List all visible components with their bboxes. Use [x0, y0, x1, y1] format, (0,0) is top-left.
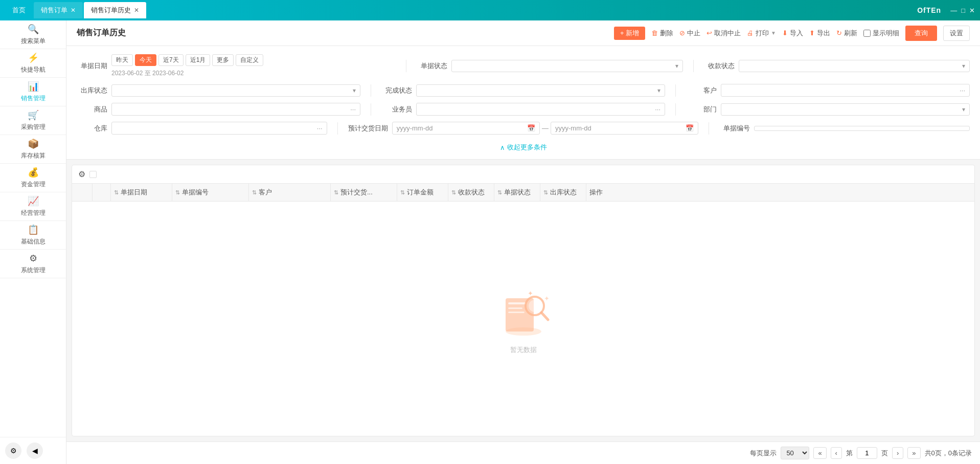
filter-customer: 客户 ···: [686, 84, 970, 97]
svg-rect-2: [508, 302, 526, 304]
delete-button[interactable]: 🗑 删除: [651, 29, 673, 38]
th-action-label: 操作: [589, 188, 603, 197]
date-range-separator: —: [542, 124, 549, 132]
select-all-checkbox[interactable]: [89, 171, 97, 178]
filter-completion-status: 完成状态 ▾: [381, 84, 665, 97]
delivery-date-group: yyyy-mm-dd 📅 — yyyy-mm-dd 📅: [392, 122, 699, 135]
close-history-tab-icon[interactable]: ✕: [134, 7, 139, 14]
th-delivery-date[interactable]: ⇅ 预计交货...: [331, 184, 397, 201]
more-btn[interactable]: 更多: [212, 54, 234, 66]
sidebar-item-purchase-mgmt[interactable]: 🛒 采购管理: [0, 106, 66, 135]
minimize-icon[interactable]: —: [950, 7, 957, 14]
th-number[interactable]: ⇅ 单据编号: [172, 184, 249, 201]
sidebar-collapse-button[interactable]: ◀: [27, 443, 43, 459]
per-page-select[interactable]: 50 10 20 100: [781, 447, 809, 459]
window-close-icon[interactable]: ✕: [969, 7, 975, 14]
stop-button[interactable]: ⊘ 中止: [679, 29, 700, 38]
th-action: 操作: [586, 184, 933, 201]
sidebar-item-sales-mgmt[interactable]: 📊 销售管理: [0, 78, 66, 106]
sidebar-item-inventory[interactable]: 📦 库存核算: [0, 135, 66, 164]
th-customer[interactable]: ⇅ 客户: [249, 184, 331, 201]
order-status-select[interactable]: ▾: [451, 60, 682, 72]
th-delivery-status[interactable]: ⇅ 出库状态: [540, 184, 586, 201]
separator-5: [371, 103, 371, 116]
completion-status-select[interactable]: ▾: [416, 84, 665, 97]
first-icon: «: [818, 449, 822, 457]
display-detail-checkbox[interactable]: 显示明细: [863, 29, 899, 38]
sort-icon-amount: ⇅: [400, 189, 405, 196]
tab-sales-order-label: 销售订单: [41, 6, 67, 15]
expected-delivery-label: 预计交货日期: [348, 124, 388, 133]
last1m-btn[interactable]: 近1月: [186, 54, 211, 66]
warehouse-input[interactable]: ···: [111, 122, 327, 135]
tab-home[interactable]: 首页: [5, 2, 33, 18]
quick-nav-icon: ⚡: [28, 52, 39, 63]
stop-label: 中止: [687, 29, 700, 38]
tab-sales-order[interactable]: 销售订单 ✕: [34, 2, 83, 18]
cancel-stop-label: 取消中止: [714, 29, 741, 38]
refresh-button[interactable]: ↻ 刷新: [836, 29, 857, 38]
import-button[interactable]: ⬇ 导入: [782, 29, 803, 38]
display-detail-check[interactable]: [863, 30, 871, 37]
delivery-status-select[interactable]: ▾: [111, 84, 360, 97]
maximize-icon[interactable]: □: [961, 7, 965, 14]
order-number-input[interactable]: [754, 126, 970, 131]
next-page-button[interactable]: ›: [892, 447, 903, 459]
settings-button[interactable]: 设置: [943, 26, 970, 41]
salesperson-input[interactable]: ···: [416, 103, 665, 116]
sidebar-item-quick-nav[interactable]: ⚡ 快捷导航: [0, 49, 66, 78]
completion-status-arrow: ▾: [657, 87, 660, 94]
collapse-row[interactable]: ∧ 收起更多条件: [77, 141, 970, 154]
last7-btn[interactable]: 近7天: [158, 54, 184, 66]
sidebar-item-search-menu[interactable]: 🔍 搜索菜单: [0, 20, 66, 49]
department-select[interactable]: ▾: [721, 103, 970, 116]
print-dropdown-icon: ▼: [771, 30, 776, 36]
print-button[interactable]: 🖨 打印 ▼: [747, 29, 776, 38]
salesperson-label: 业务员: [381, 105, 412, 114]
th-payment-status[interactable]: ⇅ 收款状态: [448, 184, 494, 201]
sidebar-item-system-mgmt[interactable]: ⚙ 系统管理: [0, 250, 66, 278]
page-label: 第: [846, 449, 853, 458]
first-page-button[interactable]: «: [813, 447, 826, 459]
sidebar-label-purchase-mgmt: 采购管理: [21, 123, 45, 131]
filter-salesperson: 业务员 ···: [381, 103, 665, 116]
add-button[interactable]: + 新增: [614, 27, 645, 40]
cancel-stop-button[interactable]: ↩ 取消中止: [706, 29, 741, 38]
last-page-button[interactable]: »: [907, 447, 920, 459]
delivery-to-input[interactable]: yyyy-mm-dd 📅: [551, 122, 698, 135]
custom-btn[interactable]: 自定义: [236, 54, 263, 66]
export-button[interactable]: ⬆ 导出: [809, 29, 830, 38]
close-sales-order-tab-icon[interactable]: ✕: [71, 7, 76, 14]
filter-row-4: 仓库 ··· 预计交货日期 yyyy-mm-dd 📅 —: [77, 122, 970, 135]
sidebar-item-basic-info[interactable]: 📋 基础信息: [0, 221, 66, 250]
th-amount[interactable]: ⇅ 订单金额: [397, 184, 448, 201]
yesterday-btn[interactable]: 昨天: [111, 54, 133, 66]
refresh-icon: ↻: [836, 29, 842, 37]
calendar-from-icon[interactable]: 📅: [527, 124, 535, 132]
table-settings-icon[interactable]: ⚙: [78, 169, 85, 179]
sort-icon-date: ⇅: [114, 189, 119, 196]
next-icon: ›: [897, 449, 899, 457]
th-order-status[interactable]: ⇅ 单据状态: [494, 184, 540, 201]
filter-date-item: 单据日期 昨天 今天 近7天 近1月 更多 自定义 2023-06-02: [77, 54, 396, 78]
sidebar-settings-button[interactable]: ⚙: [5, 443, 21, 459]
calendar-to-icon[interactable]: 📅: [686, 124, 694, 132]
customer-label: 客户: [686, 86, 717, 95]
filter-row-1: 单据日期 昨天 今天 近7天 近1月 更多 自定义 2023-06-02: [77, 54, 970, 78]
customer-input[interactable]: ···: [721, 84, 970, 97]
today-btn[interactable]: 今天: [135, 54, 156, 66]
sidebar-item-finance[interactable]: 💰 资金管理: [0, 164, 66, 192]
tab-sales-order-history[interactable]: 销售订单历史 ✕: [84, 2, 146, 18]
th-date[interactable]: ⇅ 单据日期: [111, 184, 172, 201]
product-input[interactable]: ···: [111, 103, 360, 116]
prev-page-button[interactable]: ‹: [831, 447, 842, 459]
payment-status-select[interactable]: ▾: [739, 60, 970, 72]
query-button[interactable]: 查询: [905, 26, 937, 41]
sidebar-item-operations[interactable]: 📈 经营管理: [0, 192, 66, 221]
delivery-from-input[interactable]: yyyy-mm-dd 📅: [392, 122, 540, 135]
th-customer-label: 客户: [259, 188, 272, 197]
sidebar-label-operations: 经营管理: [21, 209, 45, 217]
page-input[interactable]: [857, 447, 877, 459]
filter-warehouse: 仓库 ···: [77, 122, 327, 135]
table-area: ⚙ ⇅ 单据日期 ⇅ 单据编号 ⇅ 客户: [72, 165, 975, 436]
